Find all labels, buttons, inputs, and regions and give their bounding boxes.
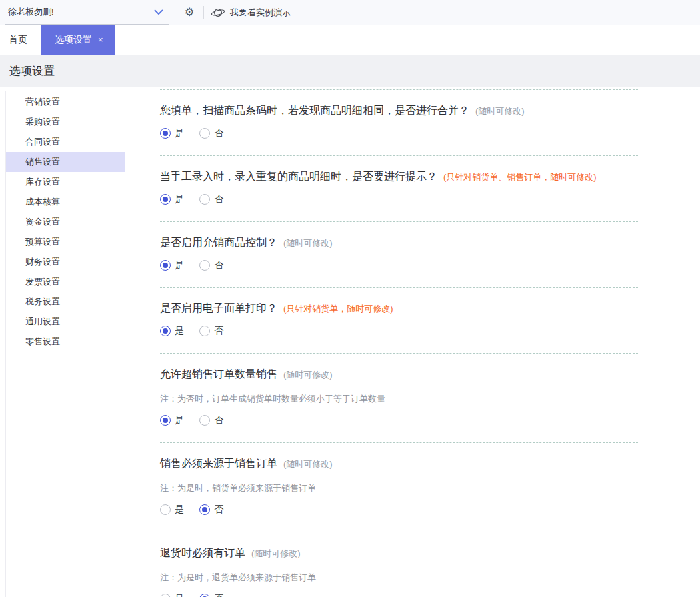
setting-section: 销售必须来源于销售订单 (随时可修改) 注：为是时，销货单必须来源于销售订单 是… <box>160 443 638 532</box>
radio-group: 是 否 <box>160 193 638 205</box>
radio-no-icon[interactable] <box>199 260 210 271</box>
chevron-down-icon <box>154 9 163 15</box>
setting-title: 当手工录入时，录入重复的商品明细时，是否要进行提示？ <box>160 170 437 184</box>
radio-option-yes[interactable]: 是 <box>160 325 184 337</box>
setting-section: 是否启用允销商品控制？ (随时可修改) 是 否 <box>160 222 638 288</box>
setting-section: 您填单，扫描商品条码时，若发现商品明细相同，是否进行合并？ (随时可修改) 是 … <box>160 90 638 156</box>
radio-no-icon[interactable] <box>199 415 210 426</box>
radio-yes-label: 是 <box>175 414 184 426</box>
sidebar-item[interactable]: 采购设置 <box>6 112 125 132</box>
radio-yes-icon[interactable] <box>160 415 171 426</box>
radio-yes-label: 是 <box>175 325 184 337</box>
sidebar-item[interactable]: 资金设置 <box>6 212 125 232</box>
radio-option-no[interactable]: 否 <box>199 193 223 205</box>
radio-yes-label: 是 <box>175 193 184 205</box>
radio-option-yes[interactable]: 是 <box>160 504 184 516</box>
setting-title: 退货时必须有订单 <box>160 546 245 560</box>
setting-title: 是否启用电子面单打印？ <box>160 302 277 316</box>
radio-yes-label: 是 <box>175 504 184 516</box>
top-bar: 徐老板勿删! ⚙ 我要看实例演示 <box>0 0 700 25</box>
radio-option-yes[interactable]: 是 <box>160 259 184 271</box>
radio-option-yes[interactable]: 是 <box>160 127 184 139</box>
setting-hint: (随时可修改) <box>251 548 301 560</box>
radio-option-yes[interactable]: 是 <box>160 193 184 205</box>
demo-link[interactable]: 我要看实例演示 <box>211 7 291 19</box>
sidebar-item[interactable]: 税务设置 <box>6 292 125 312</box>
radio-option-no[interactable]: 否 <box>199 127 223 139</box>
sidebar-item[interactable]: 合同设置 <box>6 132 125 152</box>
tab-options-settings[interactable]: 选项设置 × <box>41 25 115 55</box>
setting-note: 注：为否时，订单生成销货单时数量必须小于等于订单数量 <box>160 393 638 405</box>
radio-group: 是 否 <box>160 414 638 426</box>
setting-section: 允许超销售订单数量销售 (随时可修改) 注：为否时，订单生成销货单时数量必须小于… <box>160 354 638 443</box>
sidebar-item[interactable]: 营销设置 <box>6 92 125 112</box>
settings-sidebar: 营销设置 采购设置 合同设置 销售设置 库存设置 成本核算 资金设置 预算设置 … <box>5 91 125 597</box>
radio-yes-label: 是 <box>175 259 184 271</box>
radio-no-label: 否 <box>214 414 223 426</box>
setting-title: 允许超销售订单数量销售 <box>160 368 277 382</box>
radio-option-no[interactable]: 否 <box>199 504 223 516</box>
main-area: 营销设置 采购设置 合同设置 销售设置 库存设置 成本核算 资金设置 预算设置 … <box>0 89 700 597</box>
radio-no-icon[interactable] <box>199 194 210 205</box>
setting-hint: (只针对销货单、销售订单，随时可修改) <box>443 171 597 183</box>
planet-demo-icon <box>211 7 225 19</box>
radio-group: 是 否 <box>160 259 638 271</box>
radio-option-no[interactable]: 否 <box>199 414 223 426</box>
radio-no-label: 否 <box>214 259 223 271</box>
radio-yes-icon[interactable] <box>160 260 171 271</box>
account-dropdown[interactable]: 徐老板勿删! <box>5 0 169 25</box>
tab-options-label: 选项设置 <box>55 34 92 46</box>
radio-option-no[interactable]: 否 <box>199 325 223 337</box>
setting-section: 当手工录入时，录入重复的商品明细时，是否要进行提示？ (只针对销货单、销售订单，… <box>160 156 638 222</box>
page-title-band: 选项设置 <box>0 55 700 87</box>
radio-no-label: 否 <box>214 504 223 516</box>
sidebar-item[interactable]: 通用设置 <box>6 312 125 332</box>
setting-note: 注：为是时，销货单必须来源于销售订单 <box>160 482 638 494</box>
tab-home[interactable]: 首页 <box>0 25 41 55</box>
setting-hint: (随时可修改) <box>475 105 525 117</box>
close-icon[interactable]: × <box>98 35 103 44</box>
sidebar-item[interactable]: 财务设置 <box>6 252 125 272</box>
sidebar-item[interactable]: 零售设置 <box>6 332 125 352</box>
gear-icon[interactable]: ⚙ <box>181 5 198 19</box>
radio-option-yes[interactable]: 是 <box>160 414 184 426</box>
setting-title: 销售必须来源于销售订单 <box>160 457 277 471</box>
setting-section: 退货时必须有订单 (随时可修改) 注：为是时，退货单必须来源于销售订单 是 否 <box>160 532 638 597</box>
setting-title: 是否启用允销商品控制？ <box>160 236 277 250</box>
topbar-divider <box>203 6 204 19</box>
radio-yes-icon[interactable] <box>160 194 171 205</box>
sidebar-item[interactable]: 预算设置 <box>6 232 125 252</box>
setting-title: 您填单，扫描商品条码时，若发现商品明细相同，是否进行合并？ <box>160 104 469 118</box>
setting-hint: (随时可修改) <box>283 458 333 470</box>
radio-yes-label: 是 <box>175 127 184 139</box>
radio-no-icon[interactable] <box>199 326 210 336</box>
radio-group: 是 否 <box>160 325 638 337</box>
setting-hint: (随时可修改) <box>283 369 333 381</box>
sidebar-item[interactable]: 发票设置 <box>6 272 125 292</box>
radio-group: 是 否 <box>160 127 638 139</box>
settings-list: 您填单，扫描商品条码时，若发现商品明细相同，是否进行合并？ (随时可修改) 是 … <box>160 89 638 597</box>
radio-group: 是 否 <box>160 504 638 516</box>
setting-hint: (随时可修改) <box>283 237 333 249</box>
sidebar-item[interactable]: 成本核算 <box>6 192 125 212</box>
setting-section: 是否启用电子面单打印？ (只针对销货单，随时可修改) 是 否 <box>160 288 638 354</box>
radio-no-label: 否 <box>214 325 223 337</box>
radio-option-no[interactable]: 否 <box>199 259 223 271</box>
tab-bar: 首页 选项设置 × <box>0 25 700 55</box>
account-name: 徐老板勿删! <box>8 6 54 18</box>
page-title: 选项设置 <box>9 63 55 79</box>
sidebar-item[interactable]: 销售设置 <box>6 152 125 172</box>
demo-link-label: 我要看实例演示 <box>230 7 291 19</box>
radio-no-label: 否 <box>214 193 223 205</box>
radio-yes-icon[interactable] <box>160 504 171 515</box>
radio-no-icon[interactable] <box>199 128 210 139</box>
sidebar-item[interactable]: 库存设置 <box>6 172 125 192</box>
setting-note: 注：为是时，退货单必须来源于销售订单 <box>160 572 638 584</box>
setting-hint: (只针对销货单，随时可修改) <box>283 303 393 315</box>
radio-no-icon[interactable] <box>199 504 210 515</box>
radio-yes-icon[interactable] <box>160 128 171 139</box>
radio-no-label: 否 <box>214 127 223 139</box>
radio-yes-icon[interactable] <box>160 326 171 336</box>
